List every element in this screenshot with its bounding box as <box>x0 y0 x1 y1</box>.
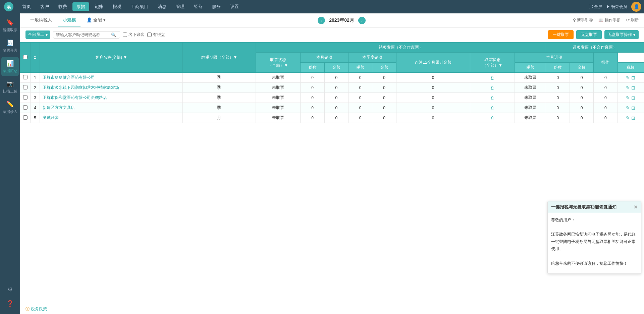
edit-icon-2[interactable]: ✎ <box>626 95 630 101</box>
sidebar-item-scan-upload[interactable]: 📷 扫描上传 <box>1 77 19 97</box>
search-box: 🔍 <box>53 31 120 39</box>
nav-settings[interactable]: 设置 <box>226 2 243 11</box>
sidebar-item-smart-fetch[interactable]: 🔖 智能取票 <box>1 16 19 35</box>
help-icon: ❓ <box>6 300 14 307</box>
row-sale-status-0: 未取票 <box>256 73 301 83</box>
view-icon-4[interactable]: ⊡ <box>631 115 635 121</box>
avatar[interactable]: 👤 <box>631 2 641 12</box>
row-sale-season-tax-4: 0 <box>396 113 470 123</box>
refresh-btn[interactable]: ⟳ 刷新 <box>626 17 639 23</box>
row-checkbox-0[interactable] <box>20 73 31 83</box>
row-sale-month-parts-0: 0 <box>301 73 324 83</box>
col-action-header: 操作 <box>594 53 618 73</box>
tab-small-scale[interactable]: 小规模 <box>58 14 80 26</box>
view-icon-1[interactable]: ⊡ <box>631 85 635 90</box>
nav-business[interactable]: 工商项目 <box>127 2 152 11</box>
row-12month-amount-4[interactable]: 0 <box>470 113 515 123</box>
smart-fetch-icon: 🔖 <box>6 19 14 26</box>
sidebar-item-invoice-open[interactable]: 🧾 发票开具 <box>1 37 19 56</box>
search-icon[interactable]: 🔍 <box>111 33 116 37</box>
col-income-month-amount: 金额 <box>570 63 593 73</box>
sidebar-item-help[interactable]: ❓ <box>1 297 19 310</box>
employee-filter[interactable]: 全部员工 ▾ <box>25 30 50 39</box>
row-period-1: 季 <box>183 83 256 93</box>
col-sale-invoice-header: 销项发票（不合作废票） <box>256 43 546 53</box>
nav-home[interactable]: 首页 <box>18 2 35 11</box>
sidebar-item-invoice-entry[interactable]: ✏️ 票据录入 <box>1 98 19 117</box>
row-12month-amount-0[interactable]: 0 <box>470 73 515 83</box>
toolbar-right: 一键取票 无盘取票 无盘取票操作 ▾ <box>548 30 639 39</box>
tab-all-capable[interactable]: 👤 全能 ▾ <box>82 14 110 26</box>
tab-general-taxpayer[interactable]: 一般纳税人 <box>25 14 57 26</box>
top-nav: 易 首页 客户 收费 票据 记账 报税 工商项目 消息 管理 经营 服务 设置 … <box>0 0 644 13</box>
row-name-2[interactable]: 卫辉市保和堂医药有限公司走鹌路店 <box>40 93 183 103</box>
row-name-1[interactable]: 卫辉市汲水镇下园润鑫闵营木种植家庭农场 <box>40 83 183 93</box>
my-accounts-checkbox[interactable] <box>123 33 127 37</box>
edit-icon-4[interactable]: ✎ <box>626 115 630 121</box>
row-actions-0: ✎ ⊡ <box>618 73 644 83</box>
notification-title: 一键报税与无盘取票功能恢复通知 <box>551 204 616 210</box>
edit-icon-1[interactable]: ✎ <box>626 85 630 90</box>
table-row: 1 卫辉市玖玖健合医药有限公司 季 未取票 0 0 0 0 0 0 未取票 0 … <box>20 73 644 83</box>
tax-policy-link[interactable]: 税务政策 <box>31 306 47 312</box>
row-checkbox-3[interactable] <box>20 103 31 113</box>
row-income-month-tax-4: 0 <box>594 113 618 123</box>
sidebar-item-settings[interactable]: ⚙ <box>1 283 19 296</box>
view-icon-3[interactable]: ⊡ <box>631 105 635 111</box>
search-input[interactable] <box>56 33 110 37</box>
guide-btn[interactable]: ⚲ 新手引导 <box>573 17 593 23</box>
row-name-3[interactable]: 新建区方方文具店 <box>40 103 183 113</box>
nav-accounting[interactable]: 记账 <box>91 2 107 11</box>
fullscreen-btn[interactable]: ⛶ 全屏 <box>589 4 602 10</box>
notification-close-btn[interactable]: ✕ <box>634 204 638 210</box>
row-12month-amount-2[interactable]: 0 <box>470 93 515 103</box>
row-period-2: 季 <box>183 93 256 103</box>
row-name-0[interactable]: 卫辉市玖玖健合医药有限公司 <box>40 73 183 83</box>
row-sale-season-amount-0: 0 <box>372 73 396 83</box>
sidebar-label-scan-upload: 扫描上传 <box>3 89 17 94</box>
select-all-checkbox[interactable] <box>23 55 28 59</box>
sidebar-item-invoice-summary[interactable]: 📊 票据汇总 <box>1 57 19 76</box>
row-checkbox-1[interactable] <box>20 83 31 93</box>
row-sale-season-tax-3: 0 <box>396 103 470 113</box>
view-icon-2[interactable]: ⊡ <box>631 95 635 101</box>
row-income-month-tax-3: 0 <box>594 103 618 113</box>
row-sale-month-tax-4: 0 <box>348 113 372 123</box>
nav-manage[interactable]: 管理 <box>172 2 189 11</box>
row-income-status-1: 未取票 <box>515 83 546 93</box>
edit-icon-0[interactable]: ✎ <box>626 75 630 80</box>
nav-service[interactable]: 服务 <box>208 2 225 11</box>
col-checkbox-header <box>20 43 31 73</box>
nav-fee[interactable]: 收费 <box>54 2 71 11</box>
view-icon-0[interactable]: ⊡ <box>631 75 635 80</box>
nav-message[interactable]: 消息 <box>154 2 170 11</box>
edit-icon-3[interactable]: ✎ <box>626 105 630 111</box>
row-income-status-2: 未取票 <box>515 93 546 103</box>
top-nav-items: 首页 客户 收费 票据 记账 报税 工商项目 消息 管理 经营 服务 设置 <box>18 2 589 11</box>
member-btn[interactable]: ▶ 畅荣会员 <box>606 4 627 10</box>
row-name-4[interactable]: 测试账套 <box>40 113 183 123</box>
nav-operation[interactable]: 经营 <box>190 2 207 11</box>
row-sale-month-parts-2: 0 <box>301 93 324 103</box>
nav-tax[interactable]: 报税 <box>109 2 125 11</box>
next-month-btn[interactable]: › <box>358 17 366 24</box>
row-12month-amount-1[interactable]: 0 <box>470 83 515 93</box>
no-disc-ops-btn[interactable]: 无盘取票操作 ▾ <box>604 30 639 39</box>
nav-customer[interactable]: 客户 <box>36 2 53 11</box>
no-disc-fetch-btn[interactable]: 无盘取票 <box>576 30 602 39</box>
nav-invoice[interactable]: 票据 <box>72 2 89 11</box>
row-checkbox-4[interactable] <box>20 113 31 123</box>
top-right: ⛶ 全屏 ▶ 畅荣会员 👤 <box>589 2 641 12</box>
logo[interactable]: 易 <box>3 1 15 13</box>
row-sale-month-amount-2: 0 <box>324 93 348 103</box>
row-checkbox-2[interactable] <box>20 93 31 103</box>
row-12month-amount-3[interactable]: 0 <box>470 103 515 113</box>
col-sale-month-parts: 份数 <box>301 63 324 73</box>
tax-disk-checkbox-label[interactable]: 有税盘 <box>147 32 165 38</box>
row-sale-month-amount-3: 0 <box>324 103 348 113</box>
manual-btn[interactable]: 📖 操作手册 <box>598 17 621 23</box>
one-key-fetch-btn[interactable]: 一键取票 <box>548 30 574 39</box>
prev-month-btn[interactable]: ‹ <box>318 17 325 24</box>
my-accounts-checkbox-label[interactable]: 名下账套 <box>123 32 145 38</box>
tax-disk-checkbox[interactable] <box>147 33 152 37</box>
